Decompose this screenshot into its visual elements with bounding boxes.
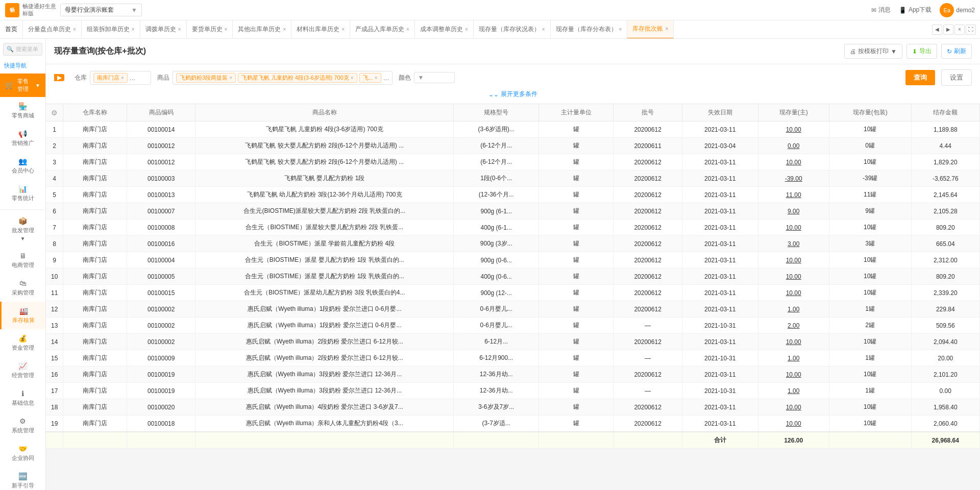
cell-qty-main[interactable]: 9.00 [758,203,829,219]
product-tag-container[interactable]: 飞鹤奶粉3段两提装 × 飞鹤星飞帆 儿童奶粉 4段(3-6岁适用) 700克 ×… [173,71,393,85]
product-tag-close-2[interactable]: × [351,75,354,81]
org-selector[interactable]: 母婴行业演示账套 ▼ [60,4,142,16]
warehouse-more-dots[interactable]: ... [130,74,136,82]
cell-qty-main[interactable]: 10.00 [758,415,829,432]
sidebar-item-ecommerce[interactable]: 🖥 电商管理 [0,247,45,274]
tab-fullscreen-btn[interactable]: ⛶ [966,24,976,35]
product-tag-more-close[interactable]: × [375,75,378,81]
sidebar-item-inventory[interactable]: 🏭 库存核算 [0,302,45,329]
tab-qtachuku[interactable]: 其他出库单历史 × [233,20,291,39]
footer-amount: 26,968.64 [911,432,979,449]
tab-xiancunliang2[interactable]: 现存量（库存分布表） × [551,20,628,39]
sidebar-item-wholesale[interactable]: 📦 批发管理 ▼ [0,212,45,247]
tab-cailiaochuku[interactable]: 材料出库单历史 × [291,20,350,39]
tab-kucunpici[interactable]: 库存批次账 × [627,20,674,39]
cell-qty-main[interactable]: 1.00 [758,301,829,317]
cell-qty-main[interactable]: 10.00 [758,268,829,285]
table-row: 12 南库门店 00100002 惠氏启赋（Wyeth illuma）1段奶粉 … [46,301,980,317]
tab-yaohuodanls[interactable]: 要货单历史 × [187,20,233,39]
tab-xiancunliang1[interactable]: 现存量（库存状况表） × [474,20,551,39]
color-container[interactable]: ▼ [414,72,455,83]
search-input[interactable]: 🔍 搜索菜单 [3,43,42,56]
cell-qty-main[interactable]: 10.00 [758,334,829,350]
cell-qty-main[interactable]: 10.00 [758,154,829,170]
user-avatar[interactable]: Ea demo2 [940,3,975,17]
warehouse-tag-close[interactable]: × [121,75,124,81]
cell-qty-main[interactable]: 11.00 [758,187,829,203]
sidebar-item-enterprise[interactable]: 🤝 企业协同 [0,439,45,467]
warehouse-tag-container[interactable]: 南库门店 × ... [90,71,151,85]
cell-qty-main[interactable]: 10.00 [758,399,829,415]
tab-next-btn[interactable]: ▶ [943,24,953,35]
tab-close-icon[interactable]: × [665,26,668,32]
cell-qty-main[interactable]: 10.00 [758,121,829,138]
sidebar-item-marketing[interactable]: 📢 营销推广 [0,125,45,152]
product-more-dots[interactable]: ... [383,74,389,82]
cell-qty-main[interactable]: 10.00 [758,285,829,301]
cell-unit: 罐 [539,236,614,252]
sidebar-item-finance[interactable]: 💰 资金管理 [0,329,45,357]
table-row: 11 南库门店 00100015 合生元（BIOSTIME）派星幼儿配方奶粉 3… [46,285,980,301]
cell-qty-main[interactable]: 10.00 [758,252,829,268]
expand-filter-btn[interactable]: ▶ [54,74,64,81]
cell-code: 00100012 [127,154,195,170]
tab-close-icon[interactable]: × [465,27,468,32]
tab-close-icon[interactable]: × [542,27,545,32]
tab-close-icon[interactable]: × [225,27,228,32]
cell-qty-main[interactable]: 0.00 [758,138,829,154]
message-btn[interactable]: ✉ 消息 [871,6,891,14]
app-download-btn[interactable]: 📱 App下载 [899,6,932,14]
refresh-btn[interactable]: ↻ 刷新 [941,44,972,59]
cell-qty-main[interactable]: 2.00 [758,317,829,334]
tab-prev-btn[interactable]: ◀ [932,24,942,35]
tab-close-icon[interactable]: × [178,27,181,32]
cell-qty-main[interactable]: 10.00 [758,366,829,383]
cell-qty-main[interactable]: 10.00 [758,219,829,236]
sidebar-item-newbie[interactable]: 🆕 新手引导 [0,467,45,490]
tab-close-icon[interactable]: × [619,27,622,32]
sidebar-item-base-info[interactable]: ℹ 基础信息 [0,384,45,412]
template-print-btn[interactable]: 🖨 按模板打印 ▼ [844,44,902,59]
sidebar-item-member[interactable]: 👥 会员中心 [0,152,45,180]
table-row: 19 南库门店 00100018 惠氏启赋（Wyeth illuma）亲和人体儿… [46,415,980,432]
settings-icon[interactable]: ⚙ [51,109,58,117]
sidebar-item-retail-stats[interactable]: 📊 零售统计 [0,180,45,207]
tab-home[interactable]: 首页 [0,20,23,39]
sidebar-item-retail-mgmt[interactable]: 🛒 零售管理 ▼ [0,74,45,97]
cell-spec: (6-12个月... [454,154,539,170]
sidebar-item-retail-mall[interactable]: 🏪 零售商城 [0,97,45,125]
tab-nav-btns: ◀ ▶ × ⛶ [932,24,980,35]
cell-batch: 20200611 [614,138,682,154]
tab-close-icon[interactable]: × [341,27,345,32]
tab-fenliangpandian[interactable]: 分量盘点单历史 × [23,20,82,39]
sidebar-item-purchase[interactable]: 🛍 采购管理 [0,274,45,302]
tab-zuzhuangcaijian[interactable]: 组装拆卸单历史 × [82,20,140,39]
cell-qty-main[interactable]: 1.00 [758,383,829,399]
sys-mgmt-icon: ⚙ [19,417,26,425]
tab-close-all-btn[interactable]: × [954,24,965,35]
cell-qty-main[interactable]: -39.00 [758,170,829,187]
row-num: 7 [46,219,63,236]
export-btn[interactable]: ⬇ 导出 [906,44,937,59]
tab-close-icon[interactable]: × [132,27,135,32]
table-area: ⚙ 仓库名称 商品编码 商品名称 规格型号 主计量单位 批号 失效日期 现存量(… [46,104,980,490]
finance-icon: 💰 [18,334,27,342]
tab-chanchengpinruku[interactable]: 产成品入库单历史 × [350,20,415,39]
setting-btn[interactable]: 设置 [941,69,972,86]
tab-close-icon[interactable]: × [406,27,409,32]
cell-qty-main[interactable]: 1.00 [758,350,829,366]
quick-nav[interactable]: 快捷导航 [0,60,45,71]
cell-qty-main[interactable]: 3.00 [758,236,829,252]
expand-more-btn[interactable]: ⌄⌄ 展开更多条件 [54,90,972,99]
tab-close-icon[interactable]: × [283,27,286,32]
tab-diaobodanls[interactable]: 调拨单历史 × [140,20,187,39]
sidebar-item-sys-mgmt[interactable]: ⚙ 系统管理 [0,412,45,439]
product-tag-close-1[interactable]: × [229,75,232,81]
tab-chenbenl[interactable]: 成本调整单历史 × [415,20,474,39]
search-btn[interactable]: 查询 [905,70,935,85]
row-num: 3 [46,154,63,170]
sidebar-item-biz-mgmt[interactable]: 📈 经营管理 [0,357,45,384]
tab-close-icon[interactable]: × [73,27,76,32]
table-body: 1 南库门店 00100014 飞鹤星飞帆 儿童奶粉 4段(3-6岁适用) 70… [46,121,980,449]
cell-code: 00100003 [127,170,195,187]
